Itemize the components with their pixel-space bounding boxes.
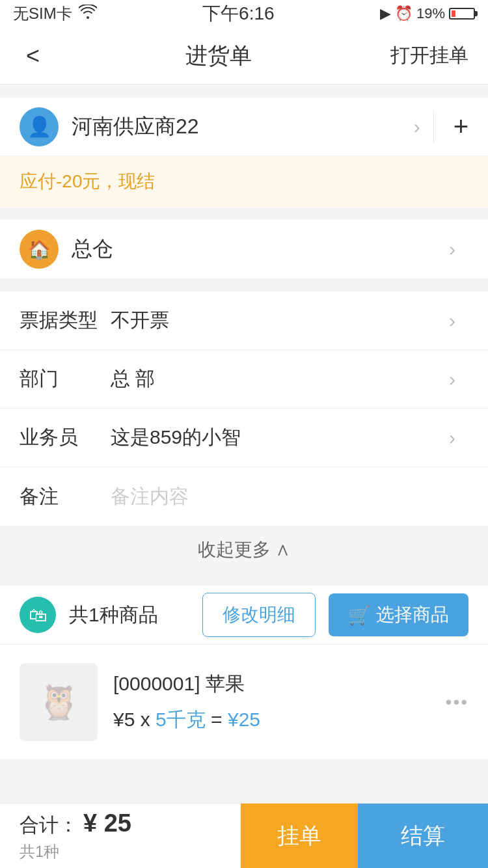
supplier-name: 河南供应商22 bbox=[72, 113, 414, 141]
salesperson-value: 这是859的小智 bbox=[111, 424, 449, 451]
equals-icon: = bbox=[211, 709, 228, 730]
house-icon: 🏠 bbox=[28, 239, 51, 260]
open-hang-button[interactable]: 打开挂单 bbox=[390, 42, 468, 69]
product-count-label: 共1种商品 bbox=[69, 602, 202, 629]
department-label: 部门 bbox=[20, 366, 111, 392]
placeholder-owl-icon: 🦉 bbox=[38, 683, 80, 722]
department-row[interactable]: 部门 总 部 › bbox=[0, 350, 488, 409]
hang-button-label: 挂单 bbox=[277, 821, 321, 851]
product-bag-icon: 🛍 bbox=[20, 597, 56, 633]
product-info: [0000001] 苹果 ¥5 x 5千克 = ¥25 bbox=[113, 671, 446, 733]
department-value: 总 部 bbox=[111, 366, 449, 392]
ticket-type-row[interactable]: 票据类型 不开票 › bbox=[0, 292, 488, 350]
product-qty: 5千克 bbox=[156, 709, 206, 730]
supplier-section[interactable]: 👤 河南供应商22 › + bbox=[0, 98, 488, 156]
nav-bar: < 进货单 打开挂单 bbox=[0, 27, 488, 85]
add-supplier-button[interactable]: + bbox=[454, 112, 468, 141]
warehouse-icon: 🏠 bbox=[20, 230, 59, 269]
checkout-button[interactable]: 结算 bbox=[358, 804, 488, 868]
wifi-icon bbox=[79, 5, 97, 23]
cart-icon: 🛒 bbox=[348, 604, 371, 626]
product-code: [0000001] bbox=[113, 673, 200, 694]
product-title: 苹果 bbox=[206, 673, 245, 694]
bottom-bar: 合计： ¥ 25 共1种 挂单 结算 bbox=[0, 803, 488, 868]
total-section: 合计： ¥ 25 共1种 bbox=[0, 804, 241, 868]
remark-input[interactable]: 备注内容 bbox=[111, 483, 468, 510]
status-left: 无SIM卡 bbox=[13, 3, 97, 24]
checkout-button-label: 结算 bbox=[401, 821, 445, 851]
warehouse-name: 总仓 bbox=[72, 235, 449, 264]
select-product-label: 选择商品 bbox=[376, 603, 449, 627]
battery-icon bbox=[449, 8, 475, 20]
ticket-type-value: 不开票 bbox=[111, 307, 449, 334]
salesperson-row[interactable]: 业务员 这是859的小智 › bbox=[0, 409, 488, 467]
product-total: ¥25 bbox=[228, 709, 260, 730]
supplier-avatar: 👤 bbox=[20, 107, 59, 146]
remark-row[interactable]: 备注 备注内容 bbox=[0, 467, 488, 526]
supplier-chevron-icon: › bbox=[414, 116, 420, 138]
product-price-row: ¥5 x 5千克 = ¥25 bbox=[113, 707, 446, 733]
status-bar: 无SIM卡 下午6:16 ▶ ⏰ 19% bbox=[0, 0, 488, 27]
location-icon: ▶ bbox=[380, 5, 391, 22]
collapse-bar[interactable]: 收起更多 ∧ bbox=[0, 527, 488, 573]
page-title: 进货单 bbox=[185, 41, 252, 71]
department-chevron-icon: › bbox=[449, 368, 455, 390]
collapse-label: 收起更多 ∧ bbox=[198, 537, 291, 562]
back-button[interactable]: < bbox=[20, 36, 46, 76]
form-section: 票据类型 不开票 › 部门 总 部 › 业务员 这是859的小智 › 备注 备注… bbox=[0, 292, 488, 526]
product-header: 🛍 共1种商品 修改明细 🛒 选择商品 bbox=[0, 586, 488, 644]
warehouse-section[interactable]: 🏠 总仓 › bbox=[0, 220, 488, 278]
salesperson-label: 业务员 bbox=[20, 424, 111, 451]
select-product-button[interactable]: 🛒 选择商品 bbox=[329, 593, 468, 636]
price-multiply-icon: x bbox=[141, 709, 156, 730]
product-more-button[interactable]: ••• bbox=[446, 692, 468, 712]
ticket-type-chevron-icon: › bbox=[449, 310, 455, 332]
battery-percent: 19% bbox=[416, 5, 445, 22]
hang-button[interactable]: 挂单 bbox=[241, 804, 358, 868]
status-right: ▶ ⏰ 19% bbox=[380, 5, 475, 22]
remark-label: 备注 bbox=[20, 483, 111, 510]
total-label: 合计： bbox=[20, 812, 78, 839]
salesperson-chevron-icon: › bbox=[449, 427, 455, 449]
ticket-type-label: 票据类型 bbox=[20, 307, 111, 334]
avatar-icon: 👤 bbox=[27, 115, 51, 138]
alarm-icon: ⏰ bbox=[395, 5, 413, 22]
vertical-divider bbox=[433, 111, 434, 143]
carrier-text: 无SIM卡 bbox=[13, 3, 72, 24]
product-unit-price: ¥5 bbox=[113, 709, 135, 730]
product-thumbnail: 🦉 bbox=[20, 663, 98, 741]
product-item: 🦉 [0000001] 苹果 ¥5 x 5千克 = ¥25 ••• bbox=[0, 644, 488, 759]
status-time: 下午6:16 bbox=[202, 1, 275, 26]
section-gap-1 bbox=[0, 85, 488, 98]
total-sub: 共1种 bbox=[20, 841, 221, 862]
warehouse-chevron-icon: › bbox=[449, 238, 455, 260]
notice-banner: 应付-20元，现结 bbox=[0, 156, 488, 207]
total-amount: ¥ 25 bbox=[83, 809, 131, 837]
modify-detail-button[interactable]: 修改明细 bbox=[202, 593, 316, 637]
product-name: [0000001] 苹果 bbox=[113, 671, 446, 698]
total-main: 合计： ¥ 25 bbox=[20, 809, 221, 839]
bag-icon: 🛍 bbox=[29, 604, 47, 626]
